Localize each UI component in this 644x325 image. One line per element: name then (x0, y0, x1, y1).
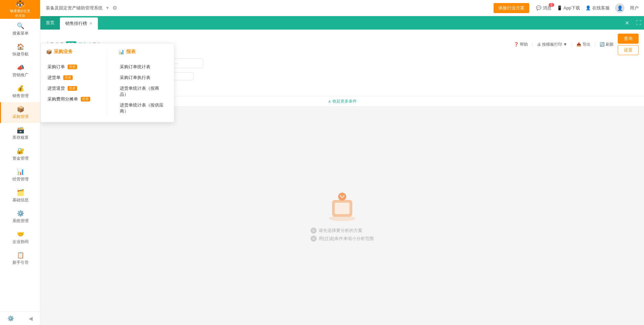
popup-item-inbound-stat-supplier[interactable]: 进货单统计表（按供应商） (118, 100, 169, 117)
sidebar-item-purchase-label: 采购管理 (12, 114, 29, 120)
home-icon: 🏠 (17, 43, 24, 50)
hint-text-1: 请先选择要分析的方案 (319, 228, 362, 234)
topbar-title-area: 装备及固定资产辅助管理系统 ▼ ⚙ (46, 5, 494, 11)
popup-item-po-stat[interactable]: 采购订单统计表 (118, 62, 169, 72)
tab-sales-rank[interactable]: 销售排行榜 ✕ (60, 17, 98, 30)
popup-purchase-title: 📦 采购业务 (46, 49, 97, 57)
sidebar-item-system[interactable]: ⚙️ 系统管理 (0, 206, 40, 227)
tab-close-icon[interactable]: ✕ (89, 21, 93, 26)
sidebar: 🐯 畅通通好生意 标准版 🔍 搜索菜单 🏠 快捷导航 📣 营销推广 💰 销售管理… (0, 0, 40, 325)
print-arrow[interactable]: ▼ (563, 42, 567, 47)
topbar: 装备及固定资产辅助管理系统 ▼ ⚙ 体验行业方案 💬 9 消息 📱 App下载 … (40, 0, 644, 16)
empty-hints: ① 请先选择要分析的方案 ② 用[过滤]条件来缩小分析范围 (311, 228, 373, 242)
finance-icon: 🔐 (17, 147, 24, 155)
inbound-return-history: 历史 (68, 86, 77, 91)
tabbar-expand-btn[interactable]: ⛶ (633, 16, 644, 30)
popup-item-inbound[interactable]: 进货单 历史 (46, 72, 97, 83)
sidebar-item-guide[interactable]: 📋 新手引导 (0, 248, 40, 269)
popup-report-title: 📊 报表 (118, 49, 169, 57)
report-section-label: 报表 (126, 49, 136, 55)
enterprise-icon: 🤝 (17, 231, 24, 238)
empty-state: ① 请先选择要分析的方案 ② 用[过滤]条件来缩小分析范围 (40, 107, 644, 325)
svg-point-3 (338, 193, 346, 201)
help-btn[interactable]: ❓ 帮助 (514, 42, 528, 47)
sales-icon: 💰 (17, 85, 24, 92)
set-btn[interactable]: 设置 (618, 45, 639, 55)
collapse-up-icon: ∧ (328, 99, 331, 104)
query-btn[interactable]: 查询 (618, 34, 639, 44)
sidebar-bottom: ⚙️ ◀ (0, 312, 40, 325)
sidebar-item-quick-nav[interactable]: 🏠 快捷导航 (0, 40, 40, 60)
purchase-icon: 📦 (17, 106, 24, 113)
refresh-icon: 🔄 (600, 42, 605, 47)
topbar-dropdown-arrow[interactable]: ▼ (105, 5, 110, 10)
sidebar-item-inventory[interactable]: 🗃️ 库存核算 (0, 123, 40, 144)
sidebar-item-basic[interactable]: 🗂️ 基础信息 (0, 186, 40, 206)
export-btn[interactable]: 📤 导出 (576, 42, 591, 47)
app-download-btn[interactable]: 📱 App下载 (557, 5, 580, 11)
sidebar-settings-btn[interactable]: ⚙️ (7, 315, 14, 322)
empty-hint-2: ② 用[过滤]条件来缩小分析范围 (311, 236, 373, 242)
inbound-stat-goods-label: 进货单统计表（按商品） (120, 85, 168, 97)
sidebar-item-operation[interactable]: 📊 经营管理 (0, 165, 40, 186)
search-icon: 🔍 (17, 22, 24, 30)
sidebar-collapse-btn[interactable]: ◀ (29, 315, 33, 322)
logo-text: 畅通通好生意 (10, 9, 30, 13)
sidebar-item-quick-nav-label: 快捷导航 (12, 51, 29, 57)
popup-divider (107, 49, 108, 117)
goods-field-more[interactable]: ··· (175, 61, 178, 66)
tab-home[interactable]: 首页 (40, 16, 60, 30)
popup-item-inbound-return[interactable]: 进货退货 历史 (46, 83, 97, 94)
sidebar-item-sales[interactable]: 💰 销售管理 (0, 81, 40, 102)
logo-sub: 标准版 (15, 13, 25, 18)
inbound-label: 进货单 (47, 75, 61, 81)
message-badge: 9 (549, 3, 554, 7)
print-btn[interactable]: 🖨 按模板打印 ▼ (537, 42, 567, 47)
sidebar-item-sales-label: 销售管理 (12, 93, 29, 99)
popup-report-section: 📊 报表 采购订单统计表 采购订单执行表 进货单统计表（按商品） 进货单统计表（… (118, 49, 169, 117)
guide-icon: 📋 (17, 251, 24, 259)
sidebar-item-purchase[interactable]: 📦 采购管理 (0, 102, 40, 123)
hint-num-2: ② (311, 236, 317, 242)
inbound-stat-supplier-label: 进货单统计表（按供应商） (120, 102, 168, 114)
hint-text-2: 用[过滤]条件来缩小分析范围 (319, 236, 373, 242)
sidebar-item-basic-label: 基础信息 (12, 197, 29, 203)
sidebar-item-finance[interactable]: 🔐 资金管理 (0, 144, 40, 165)
user-label: 用户 (630, 5, 639, 11)
operation-icon: 📊 (17, 168, 24, 175)
popup-item-inbound-stat-goods[interactable]: 进货单统计表（按商品） (118, 83, 169, 100)
toolbar-actions: ❓ 帮助 | 🖨 按模板打印 ▼ | 📤 导出 (514, 42, 614, 47)
trial-btn[interactable]: 体验行业方案 (494, 3, 529, 13)
refresh-btn[interactable]: 🔄 刷新 (600, 42, 614, 47)
popup-item-purchase-order[interactable]: 采购订单 历史 (46, 62, 97, 72)
export-icon: 📤 (576, 42, 581, 47)
sidebar-item-marketing[interactable]: 📣 营销推广 (0, 60, 40, 81)
system-icon: ⚙️ (17, 210, 24, 217)
topbar-right: 💬 9 消息 📱 App下载 👤 在线客服 👤 用户 (536, 3, 639, 13)
main-area: 装备及固定资产辅助管理系统 ▼ ⚙ 体验行业方案 💬 9 消息 📱 App下载 … (40, 0, 644, 325)
sidebar-item-search[interactable]: 🔍 搜索菜单 (0, 19, 40, 40)
purchase-order-history: 历史 (68, 65, 77, 69)
app-label: App下载 (564, 5, 580, 11)
sidebar-item-guide-label: 新手引导 (12, 260, 29, 266)
popup-item-po-exec[interactable]: 采购订单执行表 (118, 72, 169, 83)
logo-icon: 🐯 (15, 1, 25, 8)
sidebar-item-marketing-label: 营销推广 (12, 72, 29, 78)
message-btn[interactable]: 💬 9 消息 (536, 5, 551, 11)
print-icon: 🖨 (537, 42, 541, 47)
svg-rect-2 (335, 203, 350, 214)
help-icon: ❓ (514, 42, 519, 47)
topbar-settings-icon[interactable]: ⚙ (112, 5, 117, 11)
basic-icon: 🗂️ (17, 189, 24, 196)
online-service-btn[interactable]: 👤 在线客服 (585, 5, 610, 11)
service-icon: 👤 (585, 5, 591, 10)
sidebar-item-enterprise[interactable]: 🤝 企业协同 (0, 227, 40, 248)
message-icon: 💬 (536, 5, 541, 10)
user-avatar[interactable]: 👤 (615, 3, 624, 13)
purchase-order-label: 采购订单 (47, 64, 65, 70)
purchase-section-label: 采购业务 (54, 49, 73, 55)
tabbar-close-btn[interactable]: ✕ (621, 16, 633, 30)
purchase-expense-label: 采购费用分摊单 (47, 96, 78, 102)
popup-item-purchase-expense[interactable]: 采购费用分摊单 历史 (46, 94, 97, 105)
sidebar-item-enterprise-label: 企业协同 (12, 239, 29, 245)
